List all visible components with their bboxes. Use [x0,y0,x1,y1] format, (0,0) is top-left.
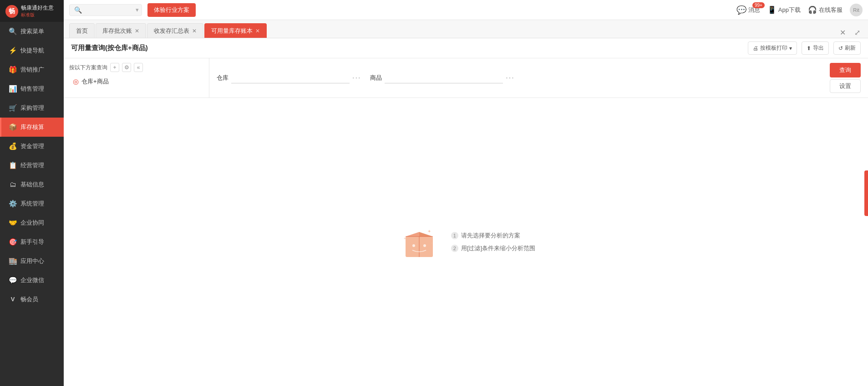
refresh-btn[interactable]: ↺ 刷新 [833,41,861,55]
tab-available-ledger-close[interactable]: ✕ [255,28,260,34]
step-num-1: 1 [451,232,458,239]
scheme-item-label: 仓库+商品 [81,77,109,86]
warehouse-input[interactable] [231,72,350,83]
sidebar-item-finance[interactable]: 💰 资金管理 [0,137,64,156]
empty-hint-2-text: 用[过滤]条件来缩小分析范围 [461,244,535,252]
tab-home-label: 首页 [76,27,88,35]
wechat-icon: 💬 [9,276,17,284]
settings-scheme-btn[interactable]: ⚙ [122,63,131,72]
target-icon: 🎯 [9,238,17,246]
app-download-label: App下载 [778,6,801,14]
sidebar-item-system[interactable]: ⚙️ 系统管理 [0,194,64,213]
page-header-actions: 🖨 按模板打印 ▾ ⬆ 导出 ↺ 刷新 [748,41,861,55]
sidebar-item-label-purchase: 采购管理 [20,104,44,112]
topbar: 🔍 ▾ 体验行业方案 💬 消息 99+ 📱 App下载 🎧 在线客服 Rit [64,0,868,20]
tab-batch-ledger-label: 库存批次账 [102,27,132,35]
tab-available-ledger-label: 可用量库存账本 [211,27,253,35]
sidebar-item-sales[interactable]: 📊 销售管理 [0,79,64,98]
sidebar: 畅 畅康通好生意 标准版 🔍 搜索菜单 ⚡ 快捷导航 🎁 营销推广 📊 销售管理… [0,0,64,386]
tab-collect-ledger-label: 收发存汇总表 [154,27,189,35]
sidebar-item-label-appstore: 应用中心 [20,257,44,265]
headset-icon: 🎧 [808,5,817,14]
sidebar-item-search[interactable]: 🔍 搜索菜单 [0,22,64,41]
tab-close-all-icon[interactable]: ✕ [837,27,848,38]
sidebar-item-cooperation[interactable]: 🤝 企业协同 [0,213,64,232]
svg-point-6 [423,244,426,247]
sidebar-item-wechat[interactable]: 💬 企业微信 [0,271,64,290]
tab-expand-icon[interactable]: ⤢ [852,27,863,38]
svg-point-5 [412,244,415,247]
logo-text-block: 畅康通好生意 标准版 [21,5,54,18]
sidebar-scroll: 🔍 搜索菜单 ⚡ 快捷导航 🎁 营销推广 📊 销售管理 🛒 采购管理 📦 库存核… [0,22,64,386]
page-content: 可用量查询(按仓库+商品) 🖨 按模板打印 ▾ ⬆ 导出 ↺ 刷新 [64,38,868,386]
page-title: 可用量查询(按仓库+商品) [71,44,748,52]
sidebar-item-label-marketing: 营销推广 [20,66,44,74]
topbar-search-input[interactable] [84,7,134,13]
sidebar-item-appstore[interactable]: 🏬 应用中心 [0,252,64,271]
sidebar-item-inventory[interactable]: 📦 库存核算 [0,118,64,137]
query-btn[interactable]: 查询 [830,63,861,77]
tab-home[interactable]: 首页 [69,23,95,38]
empty-svg: ✦ ✦ ✦ [396,219,442,265]
industry-btn[interactable]: 体验行业方案 [147,3,196,17]
tab-collect-ledger-close[interactable]: ✕ [192,28,197,34]
sidebar-item-purchase[interactable]: 🛒 采购管理 [0,98,64,118]
phone-icon: 📱 [767,5,777,14]
sidebar-item-label-sales: 销售管理 [20,85,44,93]
goods-input[interactable] [385,72,503,83]
sidebar-item-label-wechat: 企业微信 [20,276,44,284]
message-badge: 99+ [752,2,765,8]
sidebar-item-member[interactable]: V 畅会员 [0,290,64,309]
sidebar-item-label-operation: 经营管理 [20,161,44,170]
collapse-scheme-btn[interactable]: « [134,63,143,72]
online-service-label: 在线客服 [819,6,843,14]
search-icon: 🔍 [9,27,17,36]
app-download-btn[interactable]: 📱 App下载 [767,5,801,14]
scheme-item-warehouse-goods[interactable]: ◎ 仓库+商品 [69,75,203,88]
filter-area: 按以下方案查询 + ⚙ « ◎ 仓库+商品 仓库 ··· 商品 [64,58,868,98]
sidebar-item-label-shortcut: 快捷导航 [20,46,44,55]
filter-left-header: 按以下方案查询 + ⚙ « [69,63,203,72]
goods-more-btn[interactable]: ··· [506,74,514,82]
dropdown-icon: ▾ [789,45,792,51]
warehouse-more-btn[interactable]: ··· [352,74,361,82]
tabs-bar-right: ✕ ⤢ [837,27,868,38]
filter-actions: 查询 设置 [830,63,861,93]
cart-icon: 🛒 [9,104,17,112]
sidebar-item-label-inventory: 库存核算 [20,123,44,131]
tab-collect-ledger[interactable]: 收发存汇总表 ✕ [147,23,203,38]
gear-icon: ⚙️ [9,200,17,208]
topbar-dropdown-icon[interactable]: ▾ [136,6,139,13]
page-header: 可用量查询(按仓库+商品) 🖨 按模板打印 ▾ ⬆ 导出 ↺ 刷新 [64,38,868,58]
topbar-search-icon: 🔍 [74,6,82,14]
sidebar-item-shortcut[interactable]: ⚡ 快捷导航 [0,41,64,60]
tab-batch-ledger[interactable]: 库存批次账 ✕ [96,23,146,38]
step-num-2: 2 [451,245,458,252]
add-scheme-btn[interactable]: + [110,63,119,72]
gift-icon: 🎁 [9,66,17,74]
svg-marker-1 [406,232,419,237]
empty-illustration: ✦ ✦ ✦ [396,219,442,265]
sidebar-item-operation[interactable]: 📋 经营管理 [0,156,64,175]
online-service-btn[interactable]: 🎧 在线客服 [808,5,843,14]
export-btn[interactable]: ⬆ 导出 [802,41,829,55]
export-icon: ⬆ [807,45,811,51]
user-avatar[interactable]: Rit [850,4,863,16]
tab-batch-ledger-close[interactable]: ✕ [135,28,139,34]
sidebar-item-marketing[interactable]: 🎁 营销推广 [0,60,64,79]
goods-filter-group: 商品 ··· [370,72,514,83]
sidebar-item-basic[interactable]: 🗂 基础信息 [0,175,64,194]
main-area: 🔍 ▾ 体验行业方案 💬 消息 99+ 📱 App下载 🎧 在线客服 Rit [64,0,868,386]
filter-settings-btn[interactable]: 设置 [830,79,861,93]
logo-icon: 畅 [5,5,18,18]
tab-available-ledger[interactable]: 可用量库存账本 ✕ [204,23,267,38]
sidebar-item-label-member: 畅会员 [20,295,38,304]
goods-label: 商品 [370,74,382,82]
sidebar-item-label-search: 搜索菜单 [20,27,44,36]
empty-state: ✦ ✦ ✦ 1 请先选择要分析的方案 2 用[过滤]条件来缩小分析范围 [64,98,868,386]
sidebar-item-label-finance: 资金管理 [20,142,44,150]
message-btn[interactable]: 💬 消息 99+ [736,5,760,15]
empty-hint-1-text: 请先选择要分析的方案 [461,232,520,240]
print-btn[interactable]: 🖨 按模板打印 ▾ [748,41,797,55]
sidebar-item-newuser[interactable]: 🎯 新手引导 [0,232,64,252]
